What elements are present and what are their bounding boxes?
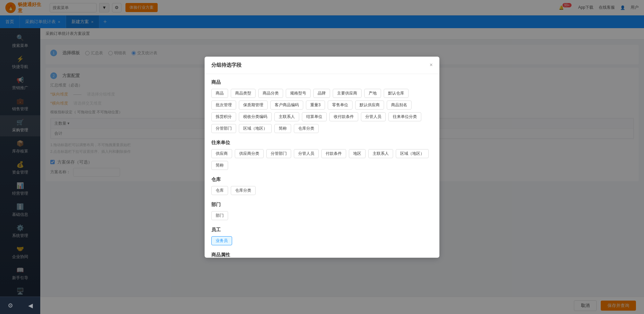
tag-origin[interactable]: 产地 [364,89,381,98]
tag-partner-category[interactable]: 往来单位分类 [388,112,421,121]
tag-product-category[interactable]: 商品分类 [258,89,283,98]
modal-body[interactable]: 商品 商品 商品类型 商品分类 规格型号 品牌 主要供应商 产地 默认仓库 批次… [205,74,439,258]
tag-batch-mgmt[interactable]: 批次管理 [211,101,236,110]
tag-customer-code[interactable]: 客户商品编码 [270,101,303,110]
modal-overlay: 分组待选字段 × 商品 商品 商品类型 商品分类 规格型号 品牌 主要供应商 产… [0,0,644,314]
field-group-product-attr: 商品属性 属性 颜色 多规格 尺码 鞋码 1 [211,252,433,258]
tag-tax-code[interactable]: 税收分类编码 [239,112,272,121]
tag-supplier-category[interactable]: 供应商分类 [235,149,264,158]
field-group-dept-title: 部门 [211,202,433,208]
sidebar-footer: ⚙ ◀ [0,297,40,314]
field-group-partner: 往来单位 供应商 供应商分类 分管部门 分管人员 付款条件 地区 主联系人 区域… [211,140,433,170]
tag-product-type[interactable]: 商品类型 [231,89,256,98]
tag-salesperson[interactable]: 业务员 [211,236,232,245]
field-group-product-title: 商品 [211,79,433,85]
field-group-warehouse-title: 仓库 [211,177,433,183]
tag-region[interactable]: 区域（地区） [239,124,272,133]
tag-partner-region[interactable]: 区域（地区） [396,149,429,158]
tag-main-contact[interactable]: 主联系人 [274,112,299,121]
modal-close-button[interactable]: × [430,62,433,68]
tag-warehouse-category[interactable]: 仓库分类 [294,124,319,133]
field-tags-staff: 业务员 [211,236,433,245]
tag-area[interactable]: 地区 [349,149,366,158]
field-group-warehouse: 仓库 仓库 仓库分类 [211,177,433,195]
tag-spec-model[interactable]: 规格型号 [286,89,311,98]
tag-supervisor[interactable]: 分管人员 [361,112,386,121]
modal-dialog: 分组待选字段 × 商品 商品 商品类型 商品分类 规格型号 品牌 主要供应商 产… [205,57,439,258]
field-group-dept: 部门 部门 [211,202,433,220]
tag-dept-managed[interactable]: 分管部门 [211,124,236,133]
sidebar-collapse-button[interactable]: ◀ [28,302,33,309]
tag-main-supplier[interactable]: 主要供应商 [333,89,362,98]
tag-brand[interactable]: 品牌 [313,89,330,98]
tag-supplier[interactable]: 供应商 [211,149,232,158]
tag-partner-contact[interactable]: 主联系人 [368,149,393,158]
field-group-staff-title: 员工 [211,227,433,233]
field-group-product-attr-title: 商品属性 [211,252,433,258]
tag-product-alias[interactable]: 商品别名 [387,101,412,110]
tag-default-supplier[interactable]: 默认供应商 [355,101,384,110]
field-tags-partner: 供应商 供应商分类 分管部门 分管人员 付款条件 地区 主联系人 区域（地区） … [211,149,433,170]
tag-payment-terms[interactable]: 收付款条件 [329,112,358,121]
tag-partner-dept[interactable]: 分管部门 [266,149,291,158]
tag-payment-cond[interactable]: 付款条件 [321,149,346,158]
field-tags-product: 商品 商品类型 商品分类 规格型号 品牌 主要供应商 产地 默认仓库 批次管理 … [211,89,433,133]
tag-partner-short[interactable]: 简称 [211,161,228,170]
tag-settlement-unit[interactable]: 结算单位 [302,112,327,121]
modal-header: 分组待选字段 × [205,57,439,74]
tag-retail-unit[interactable]: 零售单位 [328,101,353,110]
tag-warehouse-cat[interactable]: 仓库分类 [231,186,256,195]
field-tags-dept: 部门 [211,211,433,220]
tag-default-warehouse[interactable]: 默认仓库 [384,89,409,98]
tag-partner-supervisor[interactable]: 分管人员 [294,149,319,158]
tag-warehouse[interactable]: 仓库 [211,186,228,195]
tag-pick-points[interactable]: 拣货积分 [211,112,236,121]
field-group-product: 商品 商品 商品类型 商品分类 规格型号 品牌 主要供应商 产地 默认仓库 批次… [211,79,433,133]
tag-short-name[interactable]: 简称 [274,124,291,133]
field-group-staff: 员工 业务员 [211,227,433,245]
field-tags-warehouse: 仓库 仓库分类 [211,186,433,195]
tag-product[interactable]: 商品 [211,89,228,98]
field-group-partner-title: 往来单位 [211,140,433,146]
tag-weight[interactable]: 重量3 [306,101,325,110]
sidebar-settings-button[interactable]: ⚙ [8,302,13,309]
modal-title: 分组待选字段 [211,62,241,68]
tag-dept[interactable]: 部门 [211,211,228,220]
tag-shelf-life[interactable]: 保质期管理 [239,101,268,110]
